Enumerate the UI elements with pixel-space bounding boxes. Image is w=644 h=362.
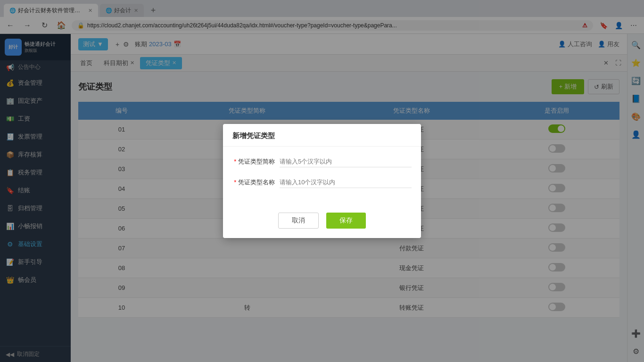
save-button[interactable]: 保存 [326,213,366,229]
required-star-short: * [234,158,236,165]
form-label-short: * 凭证类型简称 [232,157,280,166]
modal-header: 新增凭证类型 [223,124,421,147]
required-star-name: * [234,179,236,186]
modal-title: 新增凭证类型 [232,132,275,140]
form-row-short: * 凭证类型简称 [232,156,412,167]
short-label-text: 凭证类型简称 [238,158,275,165]
full-name-input[interactable] [280,177,412,188]
modal-footer: 取消 保存 [223,207,421,238]
name-label-text: 凭证类型名称 [238,179,275,186]
add-voucher-type-modal: 新增凭证类型 * 凭证类型简称 * 凭证类型名称 取消 保存 [223,124,421,238]
form-label-name: * 凭证类型名称 [232,178,280,187]
form-row-name: * 凭证类型名称 [232,177,412,188]
short-name-input[interactable] [280,156,412,167]
cancel-button[interactable]: 取消 [278,213,319,229]
modal-overlay: 新增凭证类型 * 凭证类型简称 * 凭证类型名称 取消 保存 [0,0,644,362]
modal-body: * 凭证类型简称 * 凭证类型名称 [223,147,421,207]
